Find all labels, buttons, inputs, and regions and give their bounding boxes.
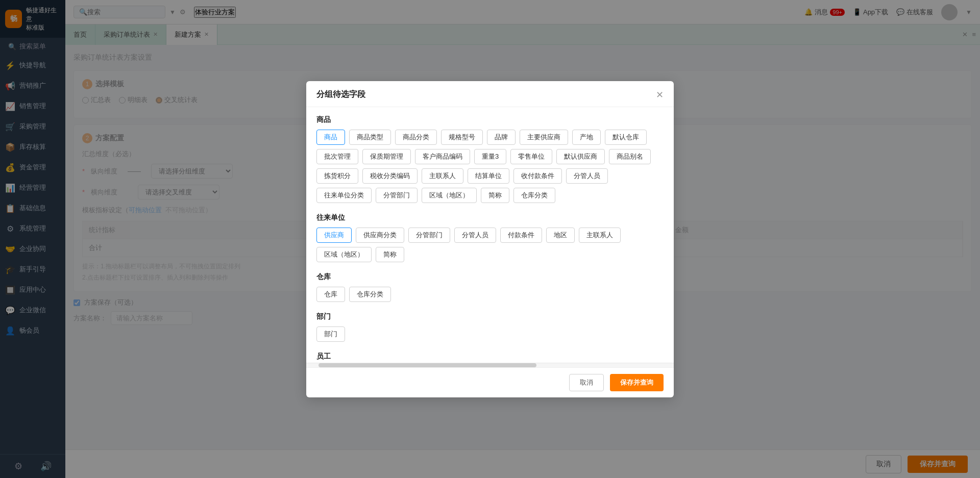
field-tag-goods[interactable]: 商品 xyxy=(316,130,345,145)
dept-section: 部门 部门 xyxy=(316,312,664,342)
field-tag-main-contact[interactable]: 主联系人 xyxy=(422,168,463,184)
warehouse-section: 仓库 仓库 仓库分类 xyxy=(316,272,664,302)
dept-section-title: 部门 xyxy=(316,312,664,321)
goods-section-title: 商品 xyxy=(316,115,664,124)
goods-field-tags: 商品 商品类型 商品分类 规格型号 品牌 主要供应商 产地 默认仓库 批次管理 … xyxy=(316,130,664,203)
field-tag-goods-cat[interactable]: 商品分类 xyxy=(395,130,437,145)
field-tag-default-warehouse[interactable]: 默认仓库 xyxy=(605,130,647,145)
staff-section: 员工 业务员 xyxy=(316,352,664,363)
field-tag-warehouse-cat[interactable]: 仓库分类 xyxy=(513,188,555,203)
field-tag-tax-code[interactable]: 税收分类编码 xyxy=(362,168,418,184)
modal-close-button[interactable]: ✕ xyxy=(656,89,664,100)
field-select-modal: 分组待选字段 ✕ 商品 商品 商品类型 商品分类 规格型号 品牌 主要供应商 产… xyxy=(306,81,674,397)
warehouse-section-title: 仓库 xyxy=(316,272,664,282)
field-tag-shelf-life[interactable]: 保质期管理 xyxy=(362,149,411,164)
confirm-button[interactable]: 保存并查询 xyxy=(610,374,664,391)
cancel-button[interactable]: 取消 xyxy=(569,374,604,391)
field-tag-goods-type[interactable]: 商品类型 xyxy=(349,130,391,145)
modal-header: 分组待选字段 ✕ xyxy=(306,81,674,107)
field-tag-dept[interactable]: 部门 xyxy=(316,326,345,342)
field-tag-payment-terms[interactable]: 收付款条件 xyxy=(513,168,562,184)
partner-section: 往来单位 供应商 供应商分类 分管部门 分管人员 付款条件 地区 主联系人 区域… xyxy=(316,213,664,262)
partner-section-title: 往来单位 xyxy=(316,213,664,222)
staff-section-title: 员工 xyxy=(316,352,664,361)
field-tag-brand[interactable]: 品牌 xyxy=(487,130,516,145)
field-tag-supplier-cat[interactable]: 供应商分类 xyxy=(356,228,404,243)
field-tag-supervisor[interactable]: 分管人员 xyxy=(566,168,608,184)
modal-footer: 取消 保存并查询 xyxy=(306,367,674,397)
warehouse-field-tags: 仓库 仓库分类 xyxy=(316,287,664,302)
field-tag-region[interactable]: 区域（地区） xyxy=(422,188,477,203)
field-tag-payment-cond[interactable]: 付款条件 xyxy=(500,228,542,243)
field-tag-origin[interactable]: 产地 xyxy=(572,130,601,145)
field-tag-settle-unit[interactable]: 结算单位 xyxy=(468,168,509,184)
partner-field-tags: 供应商 供应商分类 分管部门 分管人员 付款条件 地区 主联系人 区域（地区） … xyxy=(316,228,664,262)
field-tag-goods-alias[interactable]: 商品别名 xyxy=(609,149,651,164)
field-tag-dept-mgmt[interactable]: 分管部门 xyxy=(376,188,418,203)
field-tag-partner-cat[interactable]: 往来单位分类 xyxy=(316,188,372,203)
field-tag-partner-dept[interactable]: 分管部门 xyxy=(408,228,450,243)
field-tag-main-supplier[interactable]: 主要供应商 xyxy=(520,130,568,145)
field-tag-warehouse-class[interactable]: 仓库分类 xyxy=(349,287,391,302)
modal-title: 分组待选字段 xyxy=(316,89,365,100)
field-tag-warehouse[interactable]: 仓库 xyxy=(316,287,345,302)
field-tag-picking-score[interactable]: 拣货积分 xyxy=(316,168,358,184)
field-tag-partner-abbr[interactable]: 简称 xyxy=(376,247,404,262)
field-tag-default-supplier[interactable]: 默认供应商 xyxy=(556,149,605,164)
field-tag-retail-unit[interactable]: 零售单位 xyxy=(510,149,552,164)
field-tag-area[interactable]: 地区 xyxy=(546,228,575,243)
field-tag-abbr[interactable]: 简称 xyxy=(481,188,509,203)
field-tag-partner-contact[interactable]: 主联系人 xyxy=(579,228,621,243)
modal-horizontal-scrollbar[interactable] xyxy=(306,363,674,367)
field-tag-supplier[interactable]: 供应商 xyxy=(316,228,352,243)
modal-body: 商品 商品 商品类型 商品分类 规格型号 品牌 主要供应商 产地 默认仓库 批次… xyxy=(306,107,674,363)
dept-field-tags: 部门 xyxy=(316,326,664,342)
field-tag-spec-model[interactable]: 规格型号 xyxy=(441,130,483,145)
goods-section: 商品 商品 商品类型 商品分类 规格型号 品牌 主要供应商 产地 默认仓库 批次… xyxy=(316,115,664,203)
field-tag-batch-mgmt[interactable]: 批次管理 xyxy=(316,149,358,164)
field-tag-weight3[interactable]: 重量3 xyxy=(474,149,506,164)
hscroll-thumb[interactable] xyxy=(318,363,536,367)
field-tag-partner-supervisor[interactable]: 分管人员 xyxy=(454,228,496,243)
field-tag-partner-region[interactable]: 区域（地区） xyxy=(316,247,372,262)
field-tag-customer-code[interactable]: 客户商品编码 xyxy=(415,149,470,164)
